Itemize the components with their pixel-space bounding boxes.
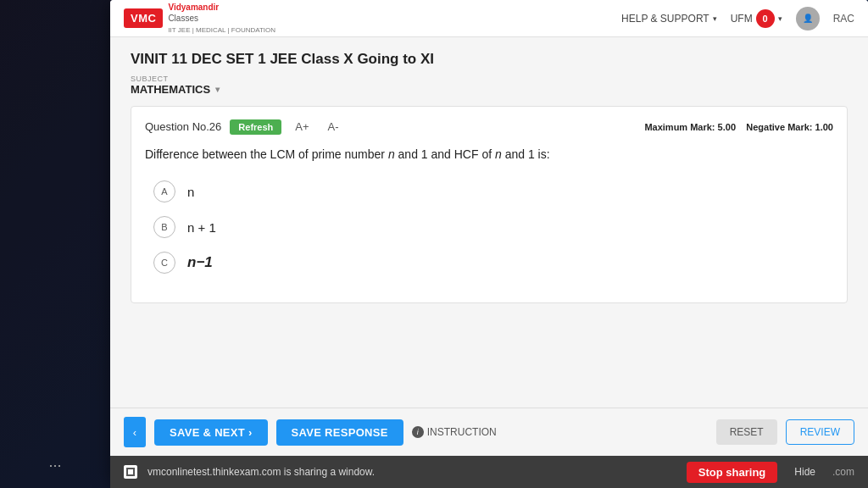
ufm-dropdown-arrow: ▾ [778,14,782,23]
option-b[interactable]: B n + 1 [153,216,833,238]
header-bar: VMC Vidyamandir Classes IIT JEE | MEDICA… [110,0,868,37]
option-c[interactable]: C n−1 [153,252,833,274]
taskbar-area: ··· [0,0,110,488]
subject-section-label: SUBJECT [131,75,848,83]
question-number: Question No.26 [145,120,221,133]
user-name-label: RAC [833,13,854,25]
question-area: Question No.26 Refresh A+ A- Maximum Mar… [131,106,848,303]
save-next-button[interactable]: SAVE & NEXT › [154,419,268,446]
user-avatar[interactable]: 👤 [796,7,820,30]
font-decrease-button[interactable]: A- [323,119,344,135]
option-b-circle: B [153,216,175,238]
bottom-action-bar: ‹ SAVE & NEXT › SAVE RESPONSE i INSTRUCT… [110,408,868,456]
sharing-window-icon [124,465,137,479]
sharing-notification-bar: vmconlinetest.thinkexam.com is sharing a… [110,456,868,488]
save-response-button[interactable]: SAVE RESPONSE [276,419,403,446]
option-b-text: n + 1 [187,220,216,235]
right-buttons: RESET REVIEW [716,419,854,445]
instruction-link[interactable]: i INSTRUCTION [412,426,497,438]
review-button[interactable]: REVIEW [786,419,854,445]
ufm-section[interactable]: UFM 0 ▾ [731,9,782,28]
reset-button[interactable]: RESET [716,419,777,445]
main-content: VINIT 11 DEC SET 1 JEE Class X Going to … [110,37,868,317]
font-increase-button[interactable]: A+ [290,119,314,135]
question-header: Question No.26 Refresh A+ A- Maximum Mar… [145,119,833,135]
vmc-logo: VMC [124,8,163,28]
stop-sharing-button[interactable]: Stop sharing [687,462,777,483]
refresh-button[interactable]: Refresh [230,119,281,135]
logo-area: VMC Vidyamandir Classes IIT JEE | MEDICA… [124,2,275,35]
option-a[interactable]: A n [153,180,833,202]
logo-subtitle: Vidyamandir Classes IIT JEE | MEDICAL | … [168,2,275,35]
marks-info: Maximum Mark: 5.00 Negative Mark: 1.00 [644,122,833,132]
hide-button[interactable]: Hide [787,462,822,482]
exam-title: VINIT 11 DEC SET 1 JEE Class X Going to … [131,51,848,68]
prev-question-button[interactable]: ‹ [124,417,146,447]
sharing-description-text: vmconlinetest.thinkexam.com is sharing a… [147,466,676,478]
svg-rect-1 [128,469,133,474]
dropdown-arrow-icon: ▾ [713,14,717,23]
option-a-text: n [187,185,194,199]
domain-suffix: .com [832,466,854,478]
subject-name[interactable]: MATHEMATICS [131,83,848,96]
option-c-circle: C [153,252,175,274]
option-a-circle: A [153,180,175,202]
taskbar-dots: ··· [0,452,110,480]
option-c-text: n−1 [187,254,213,271]
question-text: Difference between the LCM of prime numb… [145,145,833,164]
options-list: A n B n + 1 C n−1 [153,180,833,274]
help-support-link[interactable]: HELP & SUPPORT ▾ [621,13,717,25]
header-right: HELP & SUPPORT ▾ UFM 0 ▾ 👤 RAC [621,7,854,30]
ufm-badge: 0 [756,9,775,28]
instruction-icon: i [412,426,424,438]
